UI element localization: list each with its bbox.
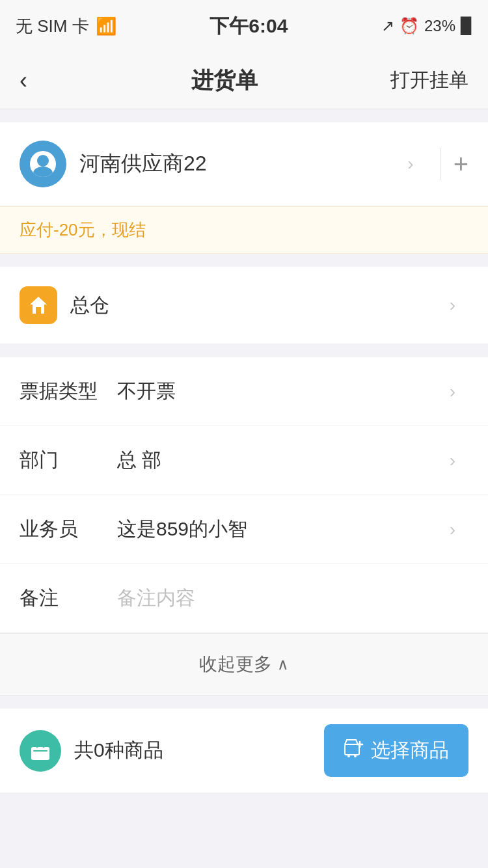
sim-label: 无 SIM 卡 [16, 15, 89, 38]
bottom-area [0, 793, 488, 868]
notice-text: 应付-20元，现结 [20, 220, 146, 239]
chevron-right-icon: › [407, 154, 413, 174]
product-footer: 共0种商品 选择商品 [0, 709, 488, 793]
product-icon-container [20, 730, 61, 772]
department-chevron: › [450, 450, 455, 471]
avatar-person-icon [30, 151, 56, 177]
collapse-text: 收起更多 [199, 652, 272, 677]
notice-bar: 应付-20元，现结 [0, 206, 488, 254]
salesperson-row[interactable]: 业务员 这是859的小智 › [0, 495, 488, 564]
section-divider-top [0, 109, 488, 122]
warehouse-chevron-icon: › [450, 295, 455, 316]
remark-input[interactable]: 备注内容 [111, 585, 468, 612]
location-icon: ↗ [381, 17, 394, 35]
battery-icon: ▉ [461, 17, 472, 35]
warehouse-row[interactable]: 总仓 › [0, 267, 488, 344]
battery-label: 23% [424, 17, 455, 35]
salesperson-value: 这是859的小智 [111, 516, 450, 543]
status-right: ↗ ⏰ 23% ▉ [381, 17, 472, 35]
select-product-icon [344, 739, 364, 762]
salesperson-chevron: › [450, 519, 455, 540]
nav-bar: ‹ 进货单 打开挂单 [0, 52, 488, 109]
svg-rect-2 [345, 744, 359, 755]
invoice-type-row[interactable]: 票据类型 不开票 › [0, 357, 488, 426]
remark-label: 备注 [20, 585, 111, 612]
department-row[interactable]: 部门 总 部 › [0, 426, 488, 495]
svg-point-6 [354, 755, 357, 757]
section-divider-3 [0, 344, 488, 357]
select-product-button[interactable]: 选择商品 [324, 724, 468, 777]
department-label: 部门 [20, 447, 111, 474]
open-pending-button[interactable]: 打开挂单 [390, 67, 468, 94]
status-time: 下午6:04 [210, 13, 288, 40]
salesperson-label: 业务员 [20, 516, 111, 543]
collapse-row[interactable]: 收起更多 ∧ [0, 633, 488, 696]
invoice-type-chevron: › [450, 381, 455, 402]
status-bar: 无 SIM 卡 📶 下午6:04 ↗ ⏰ 23% ▉ [0, 0, 488, 52]
supplier-name: 河南供应商22 [79, 150, 407, 178]
vertical-divider [440, 148, 441, 180]
remark-row[interactable]: 备注 备注内容 [0, 564, 488, 633]
invoice-type-label: 票据类型 [20, 378, 111, 405]
product-count-label: 共0种商品 [74, 737, 324, 764]
wifi-icon: 📶 [96, 16, 116, 36]
warehouse-label: 总仓 [70, 292, 450, 319]
shopping-bag-icon [29, 739, 52, 763]
warehouse-card: 总仓 › [0, 267, 488, 344]
main-content: 河南供应商22 › + 应付-20元，现结 总仓 › 票 [0, 109, 488, 868]
alarm-icon: ⏰ [400, 17, 419, 35]
svg-rect-0 [36, 307, 41, 314]
cart-plus-icon [344, 739, 364, 757]
collapse-arrow-icon: ∧ [277, 655, 289, 673]
page-title: 进货单 [191, 66, 258, 96]
select-product-label: 选择商品 [371, 737, 449, 764]
form-card: 票据类型 不开票 › 部门 总 部 › 业务员 这是859的小智 › 备注 备注… [0, 357, 488, 633]
add-icon[interactable]: + [454, 150, 468, 179]
supplier-avatar [20, 141, 66, 187]
svg-rect-1 [31, 747, 49, 760]
supplier-row[interactable]: 河南供应商22 › + [0, 122, 488, 206]
status-left: 无 SIM 卡 📶 [16, 15, 116, 38]
svg-point-5 [347, 755, 350, 757]
section-divider-2 [0, 254, 488, 267]
department-value: 总 部 [111, 447, 450, 474]
warehouse-icon-container [20, 286, 57, 324]
back-button[interactable]: ‹ [20, 67, 59, 94]
supplier-card: 河南供应商22 › + 应付-20元，现结 [0, 122, 488, 254]
invoice-type-value: 不开票 [111, 378, 450, 405]
house-icon [27, 294, 49, 316]
